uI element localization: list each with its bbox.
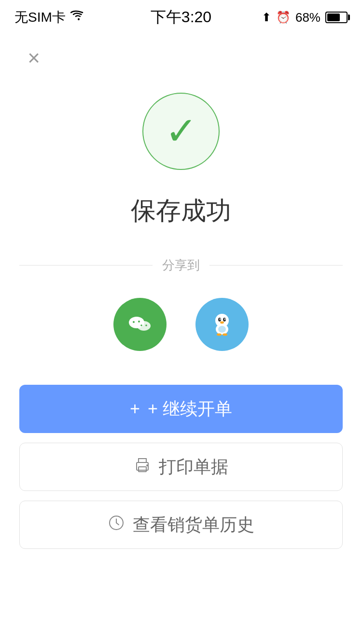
qq-share-button[interactable] [195, 298, 249, 351]
close-button[interactable]: × [19, 43, 48, 72]
svg-point-2 [137, 321, 151, 331]
continue-button[interactable]: + + 继续开单 [19, 385, 343, 433]
location-icon: ⬆ [262, 11, 271, 24]
main-content: ✓ 保存成功 分享到 [0, 35, 362, 644]
history-label: 查看销货单历史 [133, 513, 254, 537]
svg-point-13 [220, 322, 224, 324]
status-left: 无SIM卡 [14, 8, 87, 27]
action-buttons: + + 继续开单 打印单据 查看销货单历 [19, 385, 343, 549]
share-icons [113, 298, 249, 351]
svg-point-12 [224, 319, 225, 320]
checkmark-icon: ✓ [165, 112, 197, 151]
divider-left [19, 265, 153, 266]
svg-point-6 [145, 324, 147, 326]
history-icon [108, 514, 125, 536]
print-button[interactable]: 打印单据 [19, 443, 343, 491]
svg-point-19 [146, 464, 148, 466]
svg-point-16 [218, 326, 226, 333]
share-divider: 分享到 [19, 257, 343, 274]
printer-icon [134, 456, 151, 478]
success-circle: ✓ [142, 93, 220, 170]
qq-icon [208, 310, 237, 339]
carrier-label: 无SIM卡 [14, 8, 66, 27]
close-icon: × [28, 47, 40, 69]
svg-point-4 [138, 321, 140, 322]
print-label: 打印单据 [159, 455, 228, 479]
svg-point-10 [223, 318, 226, 322]
svg-point-11 [220, 319, 221, 320]
status-time: 下午3:20 [151, 7, 211, 28]
continue-icon: + [130, 399, 140, 419]
svg-point-5 [140, 324, 142, 326]
battery-percent: 68% [295, 10, 320, 25]
svg-point-0 [78, 18, 80, 20]
divider-right [209, 265, 343, 266]
history-button[interactable]: 查看销货单历史 [19, 501, 343, 549]
status-right: ⬆ ⏰ 68% [262, 10, 348, 25]
success-title: 保存成功 [131, 194, 231, 228]
share-label: 分享到 [162, 257, 200, 274]
svg-point-14 [217, 334, 222, 336]
alarm-icon: ⏰ [276, 11, 291, 24]
battery-indicator [325, 12, 348, 23]
svg-point-9 [218, 318, 221, 322]
continue-label: + 继续开单 [148, 397, 232, 421]
wechat-share-button[interactable] [113, 298, 167, 351]
status-bar: 无SIM卡 下午3:20 ⬆ ⏰ 68% [0, 0, 362, 35]
svg-rect-18 [139, 467, 146, 472]
wifi-icon [70, 10, 87, 25]
svg-point-15 [223, 334, 227, 336]
svg-point-3 [133, 321, 135, 323]
wechat-icon [125, 310, 154, 339]
